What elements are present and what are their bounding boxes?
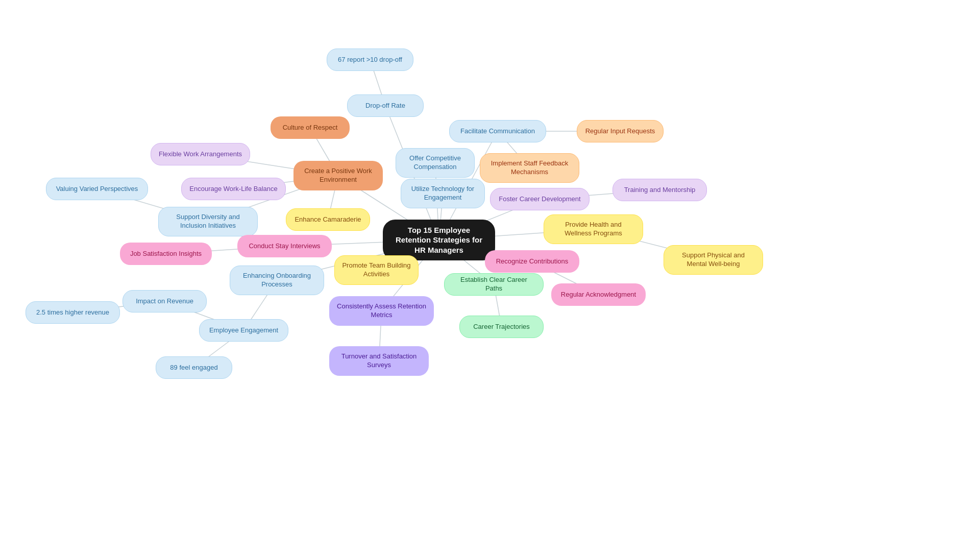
node-job_satisfaction[interactable]: Job Satisfaction Insights bbox=[120, 243, 212, 265]
node-consistently_assess[interactable]: Consistently Assess Retention Metrics bbox=[329, 296, 434, 326]
node-enhancing_onboard[interactable]: Enhancing Onboarding Processes bbox=[230, 266, 324, 295]
node-67_report[interactable]: 67 report >10 drop-off bbox=[327, 49, 413, 71]
node-regular_input[interactable]: Regular Input Requests bbox=[577, 120, 664, 142]
node-center[interactable]: Top 15 Employee Retention Strategies for… bbox=[383, 220, 495, 260]
node-flexible_work[interactable]: Flexible Work Arrangements bbox=[151, 143, 250, 165]
node-encourage_wlb[interactable]: Encourage Work-Life Balance bbox=[181, 178, 286, 200]
mind-map-container: Top 15 Employee Retention Strategies for… bbox=[0, 0, 980, 553]
node-facilitate_comm[interactable]: Facilitate Communication bbox=[449, 120, 546, 142]
node-foster_career[interactable]: Foster Career Development bbox=[490, 188, 590, 210]
node-utilize_tech[interactable]: Utilize Technology for Engagement bbox=[401, 179, 485, 208]
node-support_physical[interactable]: Support Physical and Mental Well-being bbox=[664, 245, 763, 275]
node-create_positive[interactable]: Create a Positive Work Environment bbox=[293, 161, 383, 190]
node-enhance_cam[interactable]: Enhance Camaraderie bbox=[286, 208, 370, 231]
node-establish_career[interactable]: Establish Clear Career Paths bbox=[444, 273, 544, 296]
node-culture_respect[interactable]: Culture of Respect bbox=[271, 116, 350, 139]
node-89_engaged[interactable]: 89 feel engaged bbox=[156, 356, 232, 379]
node-25_higher[interactable]: 2.5 times higher revenue bbox=[26, 301, 120, 324]
node-impact_revenue[interactable]: Impact on Revenue bbox=[122, 290, 207, 312]
node-training_mentor[interactable]: Training and Mentorship bbox=[612, 179, 707, 201]
node-valuing_varied[interactable]: Valuing Varied Perspectives bbox=[46, 178, 148, 200]
node-support_diversity[interactable]: Support Diversity and Inclusion Initiati… bbox=[158, 207, 258, 236]
node-career_traj[interactable]: Career Trajectories bbox=[459, 316, 544, 338]
node-turnover_surveys[interactable]: Turnover and Satisfaction Surveys bbox=[329, 346, 429, 376]
node-drop_off_rate[interactable]: Drop-off Rate bbox=[347, 94, 424, 117]
node-employee_engage[interactable]: Employee Engagement bbox=[199, 319, 288, 342]
node-implement_feedback[interactable]: Implement Staff Feedback Mechanisms bbox=[480, 153, 579, 183]
node-promote_team[interactable]: Promote Team Building Activities bbox=[334, 255, 419, 285]
node-regular_ack[interactable]: Regular Acknowledgment bbox=[551, 283, 646, 306]
node-offer_comp[interactable]: Offer Competitive Compensation bbox=[396, 148, 475, 178]
node-recognize_contrib[interactable]: Recognize Contributions bbox=[485, 250, 579, 273]
node-conduct_stay[interactable]: Conduct Stay Interviews bbox=[237, 235, 332, 257]
node-provide_health[interactable]: Provide Health and Wellness Programs bbox=[544, 214, 643, 244]
